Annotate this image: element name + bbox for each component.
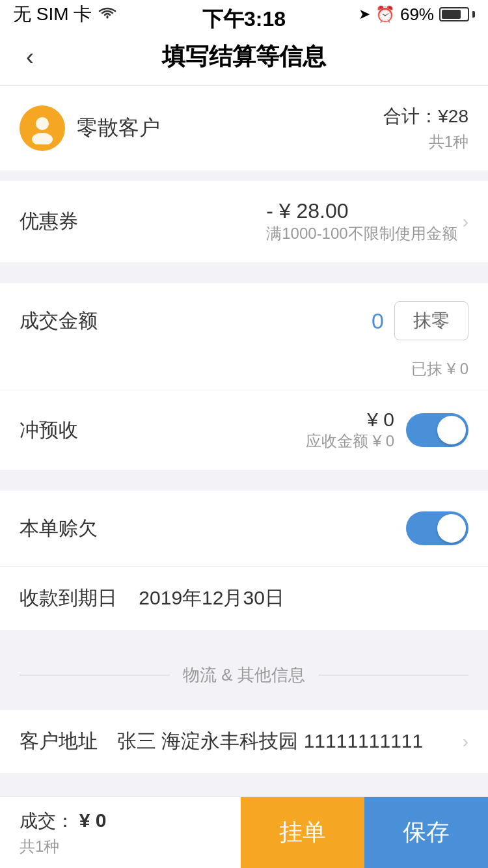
prepayment-label: 冲预收 <box>20 417 78 444</box>
address-chevron-icon: › <box>463 731 468 752</box>
customer-total: 合计：¥28 共1种 <box>383 104 468 152</box>
separator-3 <box>0 640 488 651</box>
transaction-amount-row: 成交金额 0 抹零 <box>0 283 488 359</box>
location-icon: ➤ <box>359 6 370 23</box>
total-amount: 合计：¥28 <box>383 104 468 129</box>
customer-info: 零散客户 <box>20 105 160 151</box>
coupon-section[interactable]: 优惠券 - ¥ 28.00 满1000-100不限制使用金额 › <box>0 181 488 262</box>
transaction-right: 0 抹零 <box>372 301 468 340</box>
alarm-icon: ⏰ <box>375 5 395 23</box>
already-rounded: 已抹 ¥ 0 <box>411 360 468 377</box>
prepayment-receivable: 应收金额 ¥ 0 <box>306 431 394 452</box>
battery-icon <box>439 7 475 21</box>
prepayment-row: 冲预收 ¥ 0 应收金额 ¥ 0 <box>0 390 488 470</box>
nav-bar: ‹ 填写结算等信息 <box>0 29 488 86</box>
toggle-knob <box>437 416 466 444</box>
coupon-discount: - ¥ 28.00 <box>266 199 457 223</box>
bottom-bar: 成交： ¥ 0 共1种 挂单 保存 <box>0 796 488 868</box>
separator-2 <box>0 480 488 491</box>
wifi-icon <box>98 4 116 25</box>
logistics-section: 物流 & 其他信息 <box>0 651 488 699</box>
bottom-amount: ¥ 0 <box>79 809 107 831</box>
address-value: 张三 海淀永丰科技园 11111111111 <box>117 728 456 755</box>
debit-section: 本单赊欠 收款到期日 2019年12月30日 <box>0 491 488 630</box>
status-bar: 无 SIM 卡 下午3:18 ➤ ⏰ 69% <box>0 0 488 29</box>
prepayment-amount: ¥ 0 <box>306 409 394 431</box>
page-title: 填写结算等信息 <box>162 41 326 73</box>
due-date-text: 收款到期日 2019年12月30日 <box>20 587 284 608</box>
coupon-desc: 满1000-100不限制使用金额 <box>266 223 457 244</box>
save-button[interactable]: 保存 <box>364 797 488 869</box>
bottom-transaction-label: 成交： ¥ 0 <box>20 809 221 834</box>
amount-section: 成交金额 0 抹零 已抹 ¥ 0 冲预收 ¥ 0 应收金额 ¥ 0 <box>0 283 488 470</box>
item-count: 共1种 <box>383 131 468 152</box>
status-right: ➤ ⏰ 69% <box>359 5 475 25</box>
carrier-text: 无 SIM 卡 <box>13 2 92 27</box>
back-button[interactable]: ‹ <box>20 37 40 77</box>
due-date-row: 收款到期日 2019年12月30日 <box>0 566 488 630</box>
prepayment-toggle[interactable] <box>406 413 468 447</box>
divider-line-left <box>20 675 170 675</box>
debit-row: 本单赊欠 <box>0 491 488 566</box>
hang-button[interactable]: 挂单 <box>241 797 364 869</box>
customer-row: 零散客户 合计：¥28 共1种 <box>0 86 488 170</box>
address-section[interactable]: 客户地址 张三 海淀永丰科技园 11111111111 › <box>0 710 488 773</box>
coupon-right: - ¥ 28.00 满1000-100不限制使用金额 › <box>266 199 468 244</box>
coupon-label: 优惠券 <box>20 208 78 235</box>
address-label: 客户地址 <box>20 728 117 755</box>
content: 零散客户 合计：¥28 共1种 优惠券 - ¥ 28.00 满1000-100不… <box>0 86 488 851</box>
divider-line-right <box>318 675 468 675</box>
debit-toggle-knob <box>437 514 466 543</box>
transaction-value: 0 <box>372 308 384 334</box>
transaction-label: 成交金额 <box>20 308 98 334</box>
svg-point-1 <box>32 133 53 144</box>
bottom-summary: 成交： ¥ 0 共1种 <box>0 809 241 857</box>
prepayment-values: ¥ 0 应收金额 ¥ 0 <box>306 409 394 452</box>
logistics-label: 物流 & 其他信息 <box>170 664 318 686</box>
svg-point-0 <box>36 117 49 130</box>
battery-percent: 69% <box>400 5 434 25</box>
coupon-value: - ¥ 28.00 满1000-100不限制使用金额 <box>266 199 457 244</box>
chevron-right-icon: › <box>463 211 468 232</box>
address-row: 客户地址 张三 海淀永丰科技园 11111111111 › <box>0 710 488 773</box>
debit-toggle[interactable] <box>406 511 468 545</box>
avatar <box>20 105 65 151</box>
round-off-button[interactable]: 抹零 <box>394 301 468 340</box>
bottom-count: 共1种 <box>20 836 221 857</box>
customer-name: 零散客户 <box>77 114 160 142</box>
debit-label: 本单赊欠 <box>20 515 98 542</box>
round-off-sub: 已抹 ¥ 0 <box>0 359 488 390</box>
status-left: 无 SIM 卡 <box>13 2 116 27</box>
separator-1 <box>0 273 488 283</box>
customer-section: 零散客户 合计：¥28 共1种 <box>0 86 488 170</box>
prepayment-right: ¥ 0 应收金额 ¥ 0 <box>306 409 468 452</box>
